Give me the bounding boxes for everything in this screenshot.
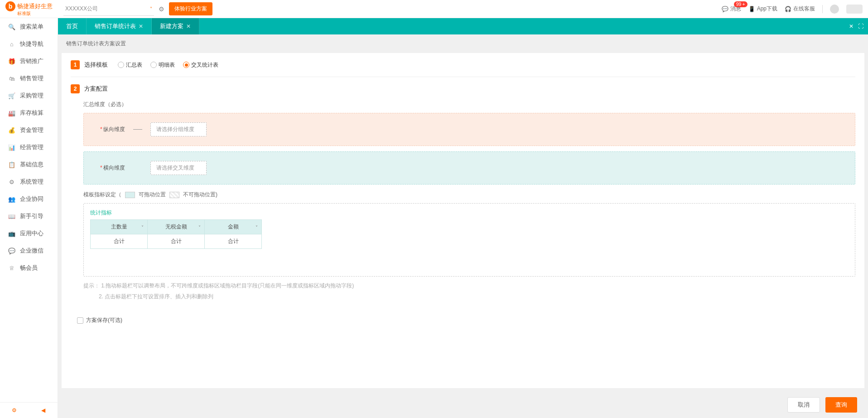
summary-dim-label: 汇总维度（必选） [83,101,855,108]
vertical-dim-label: *纵向维度 [100,126,125,133]
sidebar-item-label: 快捷导航 [20,40,43,48]
radio-option[interactable]: 交叉统计表 [183,61,218,69]
main-area: 首页销售订单统计表✕新建方案✕ ✕ ⛶ 销售订单统计表方案设置 1 选择模板 汇… [58,18,868,418]
radio-option[interactable]: 汇总表 [118,61,142,69]
chevron-down-icon[interactable]: ˅ [141,224,144,229]
cancel-button[interactable]: 取消 [787,397,820,413]
header-right: 💬 消息 99 + 📱 App下载 🎧 在线客服 [722,5,863,14]
sidebar-item-icon: ♕ [8,264,15,272]
sidebar-item[interactable]: 📊经营管理 [0,139,58,156]
tab[interactable]: 首页 [58,18,87,34]
top-header: b 畅捷通好生意 标准版 ˅ ⚙ 体验行业方案 💬 消息 99 + 📱 App下… [0,0,868,18]
sidebar-collapse-icon[interactable]: ◀ [29,403,58,418]
indicator-total-cell: 合计 [91,234,148,249]
sidebar-item-icon: 📊 [8,144,15,151]
logo-icon: b [5,1,15,11]
indicator-legend: 模板指标设定（ 可拖动位置 不可拖动位置) [83,191,855,199]
step1-label: 选择模板 [84,61,108,69]
sidebar-item-icon: 🛒 [8,92,15,99]
indicator-column-header[interactable]: 主数量˅ [91,220,148,234]
indicator-box: 统计指标 主数量˅无税金额˅金额˅ 合计合计合计 [83,203,855,277]
user-chip[interactable] [846,5,863,14]
sidebar-item-label: 搜索菜单 [20,23,43,31]
horizontal-dim-label: *横向维度 [100,164,125,172]
indicator-column-header[interactable]: 金额˅ [205,220,262,234]
app-download-label: App下载 [757,5,777,13]
settings-icon[interactable]: ⚙ [159,5,164,13]
template-radio-group: 汇总表明细表交叉统计表 [118,61,218,69]
sidebar-settings-icon[interactable]: ⚙ [0,403,29,418]
tab-close-icon[interactable]: ✕ [139,23,143,29]
tab-close-all-icon[interactable]: ✕ [849,23,854,29]
horizontal-dim-select[interactable]: 请选择交叉维度 [150,161,207,175]
tab[interactable]: 新建方案✕ [152,18,199,34]
tips-label: 提示： [83,282,100,289]
sidebar-item-label: 基础信息 [20,160,43,169]
chevron-down-icon[interactable]: ˅ [198,224,201,229]
mobile-icon: 📱 [748,6,755,12]
fullscreen-icon[interactable]: ⛶ [858,23,863,29]
avatar-icon[interactable] [830,5,839,14]
logo-text: 畅捷通好生意 [17,2,53,10]
online-service-link[interactable]: 🎧 在线客服 [785,5,815,13]
sidebar-item[interactable]: 💬企业微信 [0,242,58,259]
radio-option[interactable]: 明细表 [150,61,175,69]
sidebar-item[interactable]: ⚙系统管理 [0,173,58,190]
app-download-link[interactable]: 📱 App下载 [748,5,777,13]
sidebar-item[interactable]: 📖新手引导 [0,208,58,225]
step1-num: 1 [71,60,80,69]
save-scheme-row[interactable]: 方案保存(可选) [71,313,855,332]
sidebar-item-label: 采购管理 [20,92,43,100]
chevron-down-icon[interactable]: ˅ [256,224,258,229]
radio-label: 交叉统计表 [191,61,218,69]
step2-row: 2 方案配置 [71,84,855,93]
radio-icon [150,62,157,68]
sidebar-bottom: ⚙ ◀ [0,402,58,418]
save-checkbox[interactable] [77,317,83,324]
sidebar-item[interactable]: 👥企业协同 [0,190,58,208]
step2-num: 2 [71,84,80,93]
horizontal-dimension-box: *横向维度 请选择交叉维度 [83,151,855,185]
online-service-label: 在线客服 [793,5,815,13]
sidebar-item-label: 系统管理 [20,178,43,186]
sidebar-item-label: 营销推广 [20,57,43,65]
sidebar-item[interactable]: 🛍销售管理 [0,70,58,87]
sidebar-item-icon: 🛍 [8,75,15,82]
sidebar-item-label: 库存核算 [20,109,43,117]
sidebar-item[interactable]: ♕畅会员 [0,259,58,277]
tab[interactable]: 销售订单统计表✕ [87,18,152,34]
sidebar-item[interactable]: 🔍搜索菜单 [0,18,58,35]
sidebar-item[interactable]: 📋基础信息 [0,156,58,173]
sidebar-item[interactable]: 💰资金管理 [0,122,58,139]
tab-label: 新建方案 [160,22,183,30]
step1-row: 1 选择模板 汇总表明细表交叉统计表 [71,60,855,69]
sidebar-item[interactable]: ⌂快捷导航 [0,35,58,53]
experience-button[interactable]: 体验行业方案 [169,2,212,15]
sidebar-item-icon: 🔍 [8,23,15,30]
tip2-text: 2. 点击标题栏下拉可设置排序、插入列和删除列 [99,293,213,300]
sidebar-item-label: 应用中心 [20,229,43,238]
company-select[interactable]: ˅ [63,2,154,16]
radio-label: 汇总表 [126,61,142,69]
tab-close-icon[interactable]: ✕ [186,23,191,29]
sidebar-item-label: 销售管理 [20,74,43,83]
divider [822,5,823,13]
sidebar-item[interactable]: 📺应用中心 [0,225,58,242]
content-panel: 1 选择模板 汇总表明细表交叉统计表 2 方案配置 汇总维度（必选） *纵向维度… [62,53,864,388]
query-button[interactable]: 查询 [825,397,857,413]
radio-label: 明细表 [159,61,175,69]
sidebar-item-icon: 📺 [8,230,15,237]
sidebar-item-label: 企业微信 [20,247,43,255]
vertical-dim-select[interactable]: 请选择分组维度 [150,122,207,136]
logo-area: b 畅捷通好生意 标准版 [5,1,58,17]
sidebar-item[interactable]: 🏭库存核算 [0,104,58,122]
company-input[interactable] [65,5,150,12]
sidebar-item-label: 畅会员 [20,264,38,272]
sidebar-item[interactable]: 🛒采购管理 [0,87,58,104]
message-icon: 💬 [722,6,728,12]
indicator-title: 统计指标 [90,209,849,217]
sidebar-item[interactable]: 🎁营销推广 [0,53,58,70]
indicator-column-header[interactable]: 无税金额˅ [148,220,205,234]
messages-link[interactable]: 💬 消息 99 + [722,5,741,13]
sidebar-item-icon: 🎁 [8,58,15,65]
